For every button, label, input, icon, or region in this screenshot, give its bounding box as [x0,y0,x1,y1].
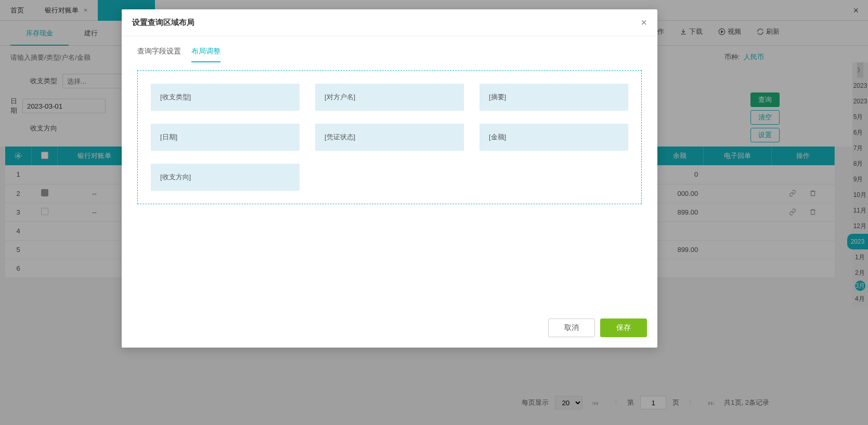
modal-footer: 取消 保存 [122,308,657,348]
modal-header: 设置查询区域布局 × [122,9,657,36]
cancel-button[interactable]: 取消 [548,318,595,337]
modal-tabs: 查询字段设置 布局调整 [122,36,657,62]
modal-tab-fields[interactable]: 查询字段设置 [137,47,181,62]
modal-tab-layout[interactable]: 布局调整 [191,47,221,62]
layout-item[interactable]: [收支方向] [151,164,300,191]
modal: 设置查询区域布局 × 查询字段设置 布局调整 [收支类型][对方户名][摘要][… [122,9,657,348]
modal-close-icon[interactable]: × [641,17,647,29]
layout-item[interactable]: [日期] [151,124,300,151]
layout-item[interactable]: [凭证状态] [315,124,464,151]
modal-title: 设置查询区域布局 [132,18,195,28]
layout-item[interactable]: [金额] [480,124,628,151]
layout-item[interactable]: [对方户名] [315,84,464,111]
save-button[interactable]: 保存 [600,318,647,337]
layout-item[interactable]: [收支类型] [151,84,300,111]
layout-item[interactable]: [摘要] [480,84,628,111]
layout-area: [收支类型][对方户名][摘要][日期][凭证状态][金额][收支方向] [137,70,642,204]
